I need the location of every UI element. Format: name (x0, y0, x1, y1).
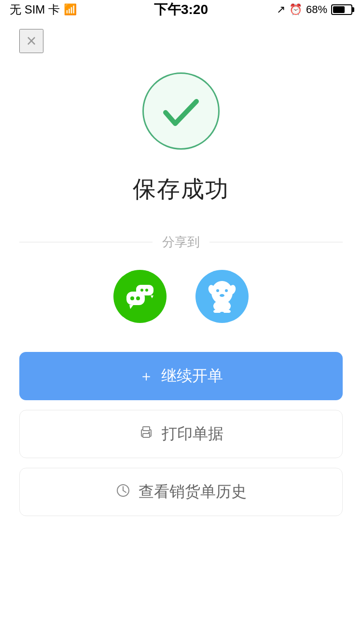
share-label: 分享到 (162, 234, 200, 251)
svg-marker-7 (151, 295, 153, 298)
plus-icon: ＋ (139, 366, 153, 386)
svg-rect-18 (143, 427, 150, 431)
location-icon: ↗ (277, 3, 285, 16)
wechat-icon (125, 284, 154, 309)
battery-icon (331, 4, 352, 15)
svg-point-6 (145, 289, 148, 292)
close-button[interactable]: × (19, 29, 43, 53)
history-label: 查看销货单历史 (139, 481, 247, 503)
svg-point-12 (225, 289, 228, 292)
divider-line-left (19, 242, 153, 242)
status-right: ↗ ⏰ 68% (277, 3, 352, 16)
share-divider: 分享到 (19, 234, 343, 251)
success-icon-circle (142, 72, 220, 150)
print-icon (139, 425, 154, 444)
qq-icon (208, 280, 236, 313)
main-content: × 保存成功 分享到 (0, 19, 362, 535)
continue-order-label: 继续开单 (161, 365, 223, 387)
continue-order-button[interactable]: ＋ 继续开单 (19, 352, 343, 400)
svg-line-23 (123, 490, 126, 492)
qq-share-button[interactable] (195, 270, 249, 323)
status-left: 无 SIM 卡 📶 (10, 2, 77, 17)
svg-rect-4 (136, 285, 153, 295)
svg-rect-19 (143, 434, 150, 437)
success-title: 保存成功 (133, 174, 229, 205)
print-button[interactable]: 打印单据 (19, 410, 343, 458)
action-buttons: ＋ 继续开单 打印单据 (19, 352, 343, 516)
svg-point-2 (136, 296, 140, 300)
battery-text: 68% (306, 3, 327, 16)
print-label: 打印单据 (162, 423, 223, 445)
history-button[interactable]: 查看销货单历史 (19, 468, 343, 516)
clock-icon (115, 483, 131, 502)
svg-point-13 (220, 294, 224, 297)
svg-point-11 (216, 289, 219, 292)
svg-point-1 (130, 296, 134, 300)
svg-point-5 (140, 289, 143, 292)
status-bar: 无 SIM 卡 📶 下午3:20 ↗ ⏰ 68% (0, 0, 362, 19)
wifi-icon: 📶 (64, 3, 77, 16)
alarm-icon: ⏰ (289, 3, 302, 16)
share-icons-row (19, 270, 343, 323)
share-section: 分享到 (19, 234, 343, 323)
wechat-share-button[interactable] (113, 270, 167, 323)
svg-marker-3 (129, 305, 133, 309)
no-sim-text: 无 SIM 卡 (10, 2, 60, 17)
checkmark-icon (162, 96, 200, 127)
status-time: 下午3:20 (154, 0, 208, 19)
divider-line-right (209, 242, 343, 242)
svg-point-20 (148, 432, 150, 434)
close-icon: × (26, 32, 36, 50)
